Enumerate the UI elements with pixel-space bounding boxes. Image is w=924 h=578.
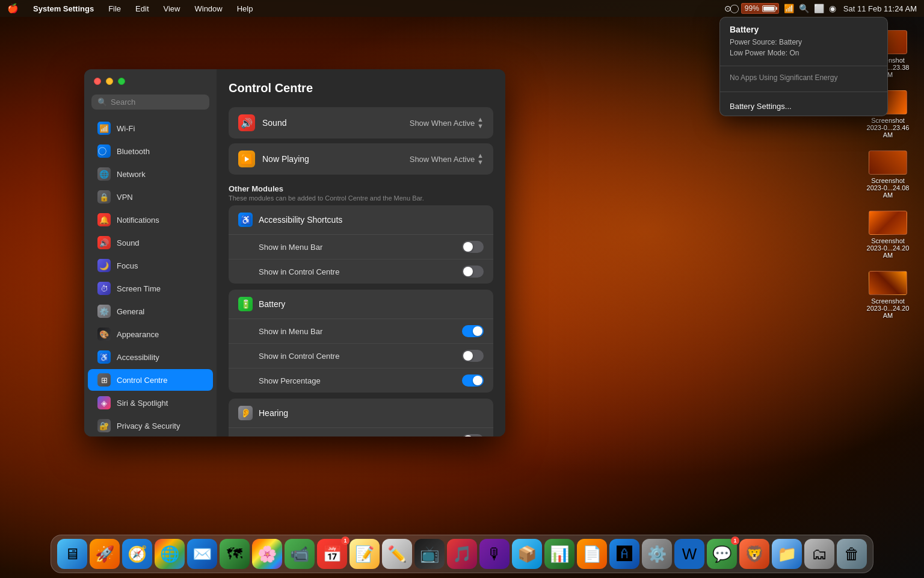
sound-stepper[interactable]: ▲▼ [477, 116, 484, 129]
mirror-icon[interactable]: ⬜ [814, 4, 824, 13]
sidebar-item-screentime[interactable]: ⏱ Screen Time [88, 278, 213, 299]
accessibility-menubar-row: Show in Menu Bar [229, 235, 493, 259]
menubar-view[interactable]: View [161, 3, 183, 14]
sidebar-label-bluetooth: Bluetooth [117, 147, 150, 156]
menubar-file[interactable]: File [106, 3, 123, 14]
desktop-icon-4[interactable]: Screenshot2023-0...24.20 AM [864, 211, 912, 259]
dock-messages[interactable]: 💬 1 [707, 539, 737, 569]
dock-word[interactable]: W [674, 539, 704, 569]
battery-menubar-toggle[interactable] [462, 325, 484, 337]
siri-icon[interactable]: ◉ [829, 4, 836, 13]
dock-appletv[interactable]: 📺 [414, 539, 445, 569]
dock-safari[interactable]: 🧭 [122, 539, 152, 569]
battery-percentage-label: Show Percentage [259, 376, 462, 385]
accessibility-menubar-toggle[interactable] [462, 241, 484, 253]
dock-freeform[interactable]: ✏️ [382, 539, 412, 569]
sidebar-label-sound: Sound [117, 238, 140, 247]
sound-control-icon: 🔊 [238, 114, 255, 131]
sidebar-item-privacy[interactable]: 🔐 Privacy & Security [88, 415, 213, 437]
hearing-menubar-label: Show in Menu Bar [259, 436, 462, 437]
wifi-icon[interactable]: 📶 [784, 4, 794, 13]
dock-maps[interactable]: 🗺 [220, 539, 250, 569]
dock-notes[interactable]: 📝 [350, 539, 380, 569]
battery-menubar-row: Show in Menu Bar [229, 319, 493, 344]
sidebar-item-siri[interactable]: ◈ Siri & Spotlight [88, 392, 213, 414]
sidebar-label-general: General [117, 307, 144, 316]
menubar: 🍎 System Settings File Edit View Window … [0, 0, 924, 17]
dock-systemsettings[interactable]: ⚙️ [642, 539, 672, 569]
system-settings-window: 🔍 📶 Wi-Fi ⃝ Bluetooth 🌐 Network 🔒 VPN 🔔 … [84, 69, 505, 437]
menubar-edit[interactable]: Edit [133, 3, 151, 14]
sidebar-item-appearance[interactable]: 🎨 Appearance [88, 323, 213, 345]
popup-divider-1 [720, 66, 887, 66]
battery-module-name: Battery [259, 299, 285, 309]
sidebar-label-appearance: Appearance [117, 330, 159, 339]
apple-menu[interactable]: 🍎 [5, 2, 21, 15]
desktop-icon-3[interactable]: Screenshot2023-0...24.08 AM [864, 151, 912, 199]
hearing-module-icon: 👂 [238, 406, 253, 420]
sidebar-item-controlcentre[interactable]: ⊞ Control Centre [88, 369, 213, 391]
dock-unknown1[interactable]: 📦 [512, 539, 542, 569]
sidebar-item-focus[interactable]: 🌙 Focus [88, 255, 213, 276]
wifi-sidebar-icon: 📶 [97, 122, 111, 135]
hearing-menubar-toggle[interactable] [462, 434, 484, 437]
dock-numbers[interactable]: 📊 [544, 539, 574, 569]
sidebar-item-notifications[interactable]: 🔔 Notifications [88, 209, 213, 231]
menubar-help[interactable]: Help [235, 3, 256, 14]
accessibility-menubar-label: Show in Menu Bar [259, 243, 462, 252]
dock-music[interactable]: 🎵 [447, 539, 477, 569]
close-button[interactable] [94, 78, 101, 85]
screenshot-label-2: Screenshot2023-0...23.46 AM [864, 117, 912, 138]
maximize-button[interactable] [118, 78, 125, 85]
sidebar-item-bluetooth[interactable]: ⃝ Bluetooth [88, 140, 213, 162]
sidebar-label-accessibility: Accessibility [117, 353, 159, 362]
dock-appstore[interactable]: 🅰 [609, 539, 639, 569]
battery-controlcentre-toggle[interactable] [462, 350, 484, 362]
notifications-sidebar-icon: 🔔 [97, 213, 111, 226]
dock-launchpad[interactable]: 🚀 [90, 539, 120, 569]
battery-percentage-row: Show Percentage [229, 368, 493, 393]
sidebar-search-box[interactable]: 🔍 [91, 95, 209, 110]
search-icon[interactable]: 🔍 [799, 4, 809, 13]
dock-finder[interactable]: 🖥 [57, 539, 87, 569]
dock-pages[interactable]: 📄 [577, 539, 607, 569]
screentime-sidebar-icon: ⏱ [97, 282, 111, 295]
dock-reminders[interactable]: 📅 1 [317, 539, 347, 569]
screenshot-thumb-3 [869, 151, 907, 175]
desktop-icon-5[interactable]: Screenshot2023-0...24.20 AM [864, 271, 912, 319]
battery-menubar-label: Show in Menu Bar [259, 327, 462, 336]
sidebar-item-accessibility[interactable]: ♿ Accessibility [88, 346, 213, 368]
accessibility-controlcentre-toggle[interactable] [462, 266, 484, 278]
battery-percentage-toggle[interactable] [462, 374, 484, 387]
sidebar-item-wifi[interactable]: 📶 Wi-Fi [88, 117, 213, 139]
screenshot-thumb-5 [869, 271, 907, 295]
dock-finder2[interactable]: 🗂 [804, 539, 834, 569]
dock-filemanager[interactable]: 📁 [772, 539, 802, 569]
dock-mail[interactable]: ✉️ [187, 539, 217, 569]
dock-chrome[interactable]: 🌐 [155, 539, 185, 569]
nowplaying-control-value[interactable]: Show When Active ▲▼ [410, 152, 484, 166]
nowplaying-stepper[interactable]: ▲▼ [477, 152, 484, 166]
sidebar-item-general[interactable]: ⚙️ General [88, 300, 213, 322]
sidebar-item-sound[interactable]: 🔊 Sound [88, 232, 213, 253]
popup-battery-settings[interactable]: Battery Settings... [720, 97, 887, 116]
dock-facetime[interactable]: 📹 [285, 539, 315, 569]
menubar-window[interactable]: Window [192, 3, 224, 14]
dock-photos[interactable]: 🌸 [252, 539, 282, 569]
popup-no-apps: No Apps Using Significant Energy [720, 71, 887, 87]
messages-badge: 1 [731, 536, 739, 545]
screentime-icon[interactable]: ⊙ [724, 4, 732, 13]
menubar-app-name[interactable]: System Settings [31, 3, 96, 14]
sidebar-search-input[interactable] [111, 98, 203, 107]
minimize-button[interactable] [106, 78, 113, 85]
sidebar-item-vpn[interactable]: 🔒 VPN [88, 186, 213, 208]
dock-brave[interactable]: 🦁 [739, 539, 769, 569]
sound-control-value[interactable]: Show When Active ▲▼ [410, 116, 484, 129]
battery-icon [762, 5, 775, 12]
dock-podcasts[interactable]: 🎙 [479, 539, 510, 569]
dock-trash[interactable]: 🗑 [837, 539, 867, 569]
hearing-module-name: Hearing [259, 408, 288, 418]
sidebar-item-network[interactable]: 🌐 Network [88, 163, 213, 185]
nowplaying-control-label: Now Playing [262, 154, 402, 164]
battery-indicator[interactable]: 99% [741, 3, 779, 14]
